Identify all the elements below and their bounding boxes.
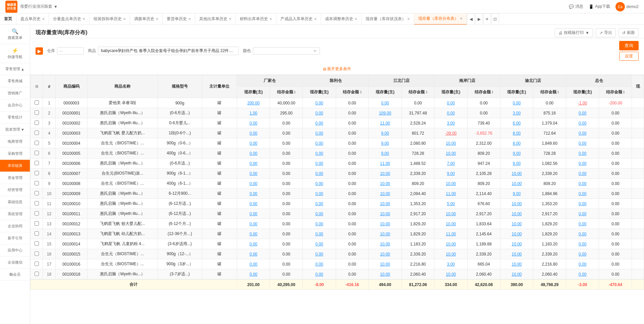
sidebar-item-purchase[interactable]: 采购管理 <box>0 148 30 160</box>
td-cl-stock[interactable]: 0.00 <box>303 98 336 108</box>
td-f-stock[interactable]: 0.00 <box>237 259 270 269</box>
td-check[interactable] <box>31 108 43 118</box>
sidebar-item-member[interactable]: 会员中心 <box>0 99 30 111</box>
td-na-stock[interactable]: 11.00 <box>434 189 468 199</box>
td-check[interactable] <box>31 269 43 280</box>
td-cl-stock[interactable]: 0.00 <box>303 108 336 118</box>
td-tot-stock[interactable]: -1.00 <box>566 98 599 108</box>
td-tot-stock[interactable]: 0.00 <box>566 239 599 249</box>
td-na-stock[interactable]: 3.00 <box>434 118 468 128</box>
close-tab-adjust[interactable]: ✕ <box>156 17 158 21</box>
app-download-btn[interactable]: 📱 App下载 <box>589 4 610 9</box>
td-cl-stock[interactable]: 0.00 <box>303 158 336 169</box>
td-na-stock[interactable]: 10.00 <box>434 239 468 249</box>
td-jb-stock[interactable]: 9.00 <box>369 128 402 138</box>
td-jb-stock[interactable]: 10.00 <box>369 259 402 269</box>
close-tab-stocklist2[interactable]: ✕ <box>83 17 85 21</box>
td-yb-stock[interactable]: 8.00 <box>500 138 533 148</box>
sidebar-item-marketing[interactable]: 营销推广 <box>0 87 30 99</box>
close-tab-cost-adjust[interactable]: ✕ <box>355 17 357 21</box>
close-tab-material-out[interactable]: ✕ <box>269 17 272 21</box>
td-check[interactable] <box>31 249 43 259</box>
td-check[interactable] <box>31 239 43 249</box>
td-f-stock[interactable]: 200.00 <box>237 98 270 108</box>
sidebar-item-enterprise[interactable]: 企业协同 <box>0 220 30 232</box>
product-input[interactable]: babycare孕妇待产包 春季入院全套母子组合孕妇产前冬季月子用品 22件套 … <box>98 47 239 55</box>
sidebar-item-ecommerce[interactable]: 电商管理 <box>0 136 30 148</box>
td-jb-stock[interactable]: 10.00 <box>369 189 402 199</box>
td-check[interactable] <box>31 209 43 219</box>
expand-conditions-btn[interactable]: ⊞ 展开更多条件 <box>323 66 351 72</box>
td-na-stock[interactable]: 10.00 <box>434 209 468 219</box>
td-check[interactable] <box>31 189 43 199</box>
td-jb-stock[interactable]: 10.00 <box>369 249 402 259</box>
td-check[interactable] <box>31 148 43 158</box>
dropdown-icon[interactable]: ▼ <box>54 4 58 9</box>
td-na-stock[interactable]: -39.00 <box>434 128 468 138</box>
td-yb-stock[interactable]: 10.00 <box>500 199 533 209</box>
td-check[interactable] <box>31 98 43 108</box>
td-jb-stock[interactable]: 10.00 <box>369 239 402 249</box>
td-cl-stock[interactable]: 0.00 <box>303 219 336 229</box>
td-check[interactable] <box>31 259 43 269</box>
td-cl-stock[interactable]: 0.00 <box>303 239 336 249</box>
setting-btn[interactable]: 设置 <box>619 52 639 61</box>
td-na-stock[interactable]: 9.00 <box>434 169 468 179</box>
message-btn[interactable]: 💬 消息 <box>569 4 583 9</box>
export-btn[interactable]: ↗ 导出 <box>596 28 616 37</box>
sidebar-item-base[interactable]: 基础信息 <box>0 196 30 208</box>
sidebar-item-finance[interactable]: 资金管理 <box>0 172 30 184</box>
sidebar-item-wechat[interactable]: 企业微信 <box>0 257 30 269</box>
tab-material-out[interactable]: 材料出库单历史 ✕ <box>236 13 276 25</box>
td-tot-stock[interactable]: 0.00 <box>566 108 599 118</box>
td-check[interactable] <box>31 179 43 189</box>
td-cl-stock[interactable]: 0.00 <box>303 169 336 179</box>
sidebar-item-guide[interactable]: 新手引导 <box>0 232 30 244</box>
td-yb-stock[interactable]: 10.00 <box>500 239 533 249</box>
td-tot-stock[interactable]: 0.00 <box>566 269 599 280</box>
tab-product-in[interactable]: 产成品入库单历史 ✕ <box>276 13 321 25</box>
td-na-stock[interactable]: 10.00 <box>434 219 468 229</box>
td-f-stock[interactable]: 0.00 <box>237 118 270 128</box>
td-tot-stock[interactable]: 0.00 <box>566 219 599 229</box>
td-tot-stock[interactable]: 0.00 <box>566 169 599 179</box>
td-cl-stock[interactable]: 0.00 <box>303 118 336 128</box>
tab-stocklist[interactable]: 盘点单历史 ✕ <box>16 13 49 25</box>
tab-cost-adjust[interactable]: 成本调整单历史 ✕ <box>321 13 362 25</box>
td-yb-stock[interactable]: 6.00 <box>500 118 533 128</box>
td-yb-stock[interactable]: 0.00 <box>500 98 533 108</box>
td-jb-stock[interactable]: 10.00 <box>369 229 402 239</box>
td-na-stock[interactable]: 10.00 <box>434 179 468 189</box>
tab-other-out[interactable]: 其他出库单历史 ✕ <box>195 13 236 25</box>
td-tot-stock[interactable]: 0.00 <box>566 249 599 259</box>
tab-adjust[interactable]: 调拨单历史 ✕ <box>130 13 163 25</box>
td-f-stock[interactable]: 0.00 <box>237 138 270 148</box>
td-jb-stock[interactable]: 10.00 <box>369 169 402 179</box>
sidebar-item-retail-shop[interactable]: 零售商城 <box>0 75 30 87</box>
tab-home[interactable]: 首页 <box>0 13 16 25</box>
table-container[interactable]: ⚙ # 商品编码 商品名称 规格型号 主计量单位 厂家仓 陈利仓 江北门店 南岸… <box>30 75 644 324</box>
td-na-stock[interactable]: 10.00 <box>434 249 468 259</box>
td-jb-stock[interactable]: 10.00 <box>369 209 402 219</box>
sidebar-item-inventory[interactable]: 库存核算 <box>0 160 30 172</box>
td-tot-stock[interactable]: 0.00 <box>566 229 599 239</box>
td-na-stock[interactable]: 0.00 <box>434 98 468 108</box>
td-na-stock[interactable]: 7.00 <box>434 158 468 169</box>
td-tot-stock[interactable]: 0.00 <box>566 158 599 169</box>
td-jb-stock[interactable]: 109.00 <box>369 108 402 118</box>
sidebar-item-member2[interactable]: 畅会员 <box>0 269 30 281</box>
td-f-stock[interactable]: 0.00 <box>237 229 270 239</box>
td-f-stock[interactable]: 0.00 <box>237 249 270 259</box>
td-na-stock[interactable]: 10.00 <box>434 269 468 280</box>
td-yb-stock[interactable]: 10.00 <box>500 169 533 179</box>
filter-collapse-btn[interactable]: ▶ <box>36 47 43 55</box>
td-tot-stock[interactable]: 0.00 <box>566 189 599 199</box>
td-jb-stock[interactable]: 11.00 <box>369 158 402 169</box>
td-f-stock[interactable]: 0.00 <box>237 219 270 229</box>
td-yb-stock[interactable]: 9.00 <box>500 189 533 199</box>
td-jb-stock[interactable]: 10.00 <box>369 199 402 209</box>
td-f-stock[interactable]: 0.00 <box>237 169 270 179</box>
td-cl-stock[interactable]: 0.00 <box>303 249 336 259</box>
td-na-stock[interactable]: 5.00 <box>434 199 468 209</box>
td-cl-stock[interactable]: 0.00 <box>303 199 336 209</box>
